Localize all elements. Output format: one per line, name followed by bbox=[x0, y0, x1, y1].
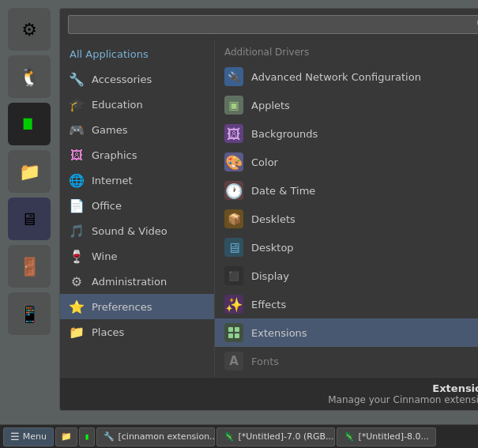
backgrounds-label: Backgrounds bbox=[251, 128, 318, 140]
taskbar-terminal-icon[interactable]: ▮ bbox=[79, 427, 96, 446]
category-administration[interactable]: ⚙ Administration bbox=[60, 269, 214, 294]
taskbar-task-1[interactable]: 🔧 [cinnamon extension... bbox=[96, 427, 215, 446]
wine-label: Wine bbox=[92, 250, 117, 262]
description-title: Extensions bbox=[70, 382, 478, 394]
color-icon: 🎨 bbox=[224, 152, 243, 171]
accessories-label: Accessories bbox=[92, 73, 152, 85]
description-text: Manage your Cinnamon extensions bbox=[70, 394, 478, 405]
app-fonts[interactable]: A Fonts bbox=[215, 347, 478, 375]
fonts-icon: A bbox=[224, 352, 243, 371]
terminal-icon[interactable]: █▌ bbox=[8, 103, 51, 145]
svg-rect-0 bbox=[228, 327, 233, 332]
phone-icon[interactable]: 📱 bbox=[8, 292, 51, 335]
taskbar-menu-button[interactable]: ☰ Menu bbox=[3, 427, 54, 446]
administration-label: Administration bbox=[92, 276, 167, 288]
games-icon: 🎮 bbox=[68, 121, 85, 138]
effects-label: Effects bbox=[251, 299, 286, 311]
category-games[interactable]: 🎮 Games bbox=[60, 117, 214, 142]
category-preferences[interactable]: ⭐ Preferences bbox=[60, 294, 214, 319]
fonts-label: Fonts bbox=[251, 356, 279, 367]
app-effects[interactable]: ✨ Effects bbox=[215, 290, 478, 318]
app-advanced-network[interactable]: 🔌 Advanced Network Configuration bbox=[215, 62, 478, 91]
folder-taskbar-icon: 📁 bbox=[61, 431, 72, 442]
app-desktop[interactable]: 🖥 Desktop bbox=[215, 233, 478, 262]
preferences-icon: ⭐ bbox=[68, 298, 85, 315]
svg-rect-1 bbox=[235, 327, 239, 332]
app-extensions[interactable]: Extensions bbox=[215, 318, 478, 347]
penguin-icon[interactable]: 🐧 bbox=[8, 55, 51, 98]
category-office[interactable]: 📄 Office bbox=[60, 193, 214, 218]
exit-icon[interactable]: 🚪 bbox=[8, 245, 51, 288]
sound-video-icon: 🎵 bbox=[68, 222, 85, 239]
education-label: Education bbox=[92, 99, 143, 111]
folder-icon[interactable]: 📁 bbox=[8, 150, 51, 193]
svg-rect-2 bbox=[228, 333, 233, 338]
taskbar-task-2[interactable]: 🦎 [*Untitled]-7.0 (RGB... bbox=[216, 427, 335, 446]
search-input[interactable] bbox=[75, 19, 476, 31]
desklets-icon: 📦 bbox=[224, 209, 243, 228]
accessories-icon: 🔧 bbox=[68, 70, 85, 88]
categories-panel: All Applications 🔧 Accessories 🎓 Educati… bbox=[60, 40, 214, 377]
app-desklets[interactable]: 📦 Desklets bbox=[215, 205, 478, 233]
places-label: Places bbox=[92, 326, 124, 338]
display-label: Display bbox=[251, 270, 289, 282]
menu-popup: 🔍 All Applications 🔧 Accessories 🎓 Educa… bbox=[59, 8, 478, 411]
category-sound-video[interactable]: 🎵 Sound & Video bbox=[60, 218, 214, 243]
app-date-time[interactable]: 🕐 Date & Time bbox=[215, 176, 478, 205]
games-label: Games bbox=[92, 124, 127, 136]
monitor-icon[interactable]: 🖥 bbox=[8, 198, 51, 240]
category-internet[interactable]: 🌐 Internet bbox=[60, 168, 214, 193]
task1-label: [cinnamon extension... bbox=[118, 431, 215, 442]
effects-icon: ✨ bbox=[224, 295, 243, 314]
places-icon: 📁 bbox=[68, 323, 85, 341]
apps-panel: Additional Drivers 🔌 Advanced Network Co… bbox=[214, 40, 478, 377]
date-time-label: Date & Time bbox=[251, 185, 315, 197]
applets-label: Applets bbox=[251, 100, 290, 111]
desktop-app-icon: 🖥 bbox=[224, 238, 243, 257]
category-places[interactable]: 📁 Places bbox=[60, 319, 214, 344]
color-label: Color bbox=[251, 156, 278, 168]
menu-label: Menu bbox=[23, 431, 47, 442]
description-bar: Extensions Manage your Cinnamon extensio… bbox=[60, 377, 478, 410]
desklets-label: Desklets bbox=[251, 213, 295, 225]
svg-rect-3 bbox=[235, 333, 239, 338]
datetime-icon: 🕐 bbox=[224, 181, 243, 200]
graphics-icon: 🖼 bbox=[68, 146, 85, 164]
internet-label: Internet bbox=[92, 175, 133, 186]
menu-content: All Applications 🔧 Accessories 🎓 Educati… bbox=[60, 40, 478, 377]
preferences-label: Preferences bbox=[92, 301, 152, 313]
apps-section-header: Additional Drivers bbox=[215, 43, 478, 62]
search-wrapper[interactable]: 🔍 bbox=[68, 15, 478, 34]
task2-icon: 🦎 bbox=[224, 431, 235, 442]
advanced-network-label: Advanced Network Configuration bbox=[251, 71, 421, 83]
backgrounds-icon: 🖼 bbox=[224, 124, 243, 143]
taskbar: ☰ Menu 📁 ▮ 🔧 [cinnamon extension... 🦎 [*… bbox=[0, 424, 478, 448]
task3-label: [*Untitled]-8.0... bbox=[358, 431, 429, 442]
task1-icon: 🔧 bbox=[104, 431, 115, 442]
administration-icon: ⚙ bbox=[68, 273, 85, 290]
sidebar: ⚙ 🐧 █▌ 📁 🖥 🚪 📱 bbox=[8, 8, 51, 335]
app-color[interactable]: 🎨 Color bbox=[215, 148, 478, 176]
category-education[interactable]: 🎓 Education bbox=[60, 92, 214, 117]
category-accessories[interactable]: 🔧 Accessories bbox=[60, 66, 214, 92]
sound-video-label: Sound & Video bbox=[92, 225, 167, 237]
tools-icon[interactable]: ⚙ bbox=[8, 8, 51, 51]
task3-icon: 🦎 bbox=[344, 431, 355, 442]
taskbar-task-3[interactable]: 🦎 [*Untitled]-8.0... bbox=[337, 427, 436, 446]
app-applets[interactable]: ▣ Applets bbox=[215, 91, 478, 119]
office-icon: 📄 bbox=[68, 197, 85, 214]
all-apps-header[interactable]: All Applications bbox=[60, 43, 214, 66]
task2-label: [*Untitled]-7.0 (RGB... bbox=[238, 431, 333, 442]
applets-icon: ▣ bbox=[224, 96, 243, 115]
office-label: Office bbox=[92, 200, 122, 212]
display-icon: ⬛ bbox=[224, 266, 243, 285]
desktop-label: Desktop bbox=[251, 242, 294, 254]
internet-icon: 🌐 bbox=[68, 171, 85, 189]
app-display[interactable]: ⬛ Display bbox=[215, 262, 478, 290]
extensions-label: Extensions bbox=[251, 327, 307, 339]
advanced-network-icon: 🔌 bbox=[224, 67, 243, 86]
category-graphics[interactable]: 🖼 Graphics bbox=[60, 142, 214, 168]
app-backgrounds[interactable]: 🖼 Backgrounds bbox=[215, 119, 478, 148]
taskbar-folder-icon[interactable]: 📁 bbox=[55, 427, 77, 446]
category-wine[interactable]: 🍷 Wine bbox=[60, 243, 214, 269]
